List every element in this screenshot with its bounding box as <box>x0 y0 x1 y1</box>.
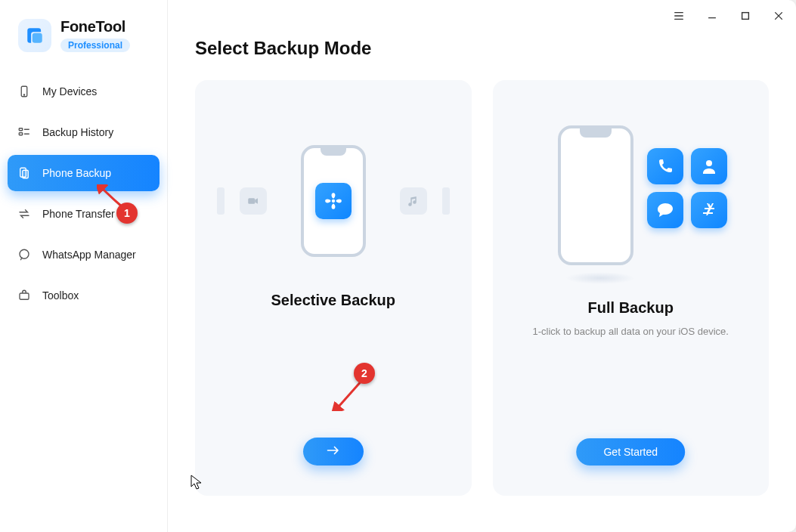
sidebar-item-backup-history[interactable]: Backup History <box>8 114 160 150</box>
full-backup-subtitle: 1-click to backup all data on your iOS d… <box>503 326 759 337</box>
full-backup-title: Full Backup <box>588 299 674 317</box>
svg-point-11 <box>332 200 335 203</box>
contacts-app-icon <box>691 148 727 184</box>
messages-app-icon <box>647 192 683 228</box>
main-content: Select Backup Mode <box>168 0 796 532</box>
sidebar-item-toolbox[interactable]: Toolbox <box>8 277 160 314</box>
sidebar-item-label: My Devices <box>42 85 97 97</box>
svg-rect-7 <box>23 170 29 178</box>
app-logo-icon <box>18 19 51 52</box>
video-icon <box>240 187 267 215</box>
annotation-step-1: 1 <box>116 203 138 224</box>
full-backup-start-button[interactable]: Get Started <box>576 438 685 466</box>
selective-backup-illustration <box>250 125 417 277</box>
transfer-icon <box>17 206 32 221</box>
svg-point-3 <box>23 94 24 95</box>
sidebar-item-label: Backup History <box>42 126 113 138</box>
toolbox-icon <box>17 288 32 303</box>
full-backup-card[interactable]: Full Backup 1-click to backup all data o… <box>493 80 770 496</box>
sidebar-item-label: WhatsApp Manager <box>42 249 136 261</box>
mouse-cursor-icon <box>190 475 203 494</box>
history-icon <box>17 125 32 140</box>
svg-rect-1 <box>33 32 42 42</box>
selective-backup-card[interactable]: Selective Backup <box>195 80 472 496</box>
annotation-step-2: 2 <box>354 363 375 384</box>
sidebar-nav: My Devices Backup History Phone Backup P… <box>0 73 167 314</box>
button-label: Get Started <box>603 446 658 458</box>
minimize-button[interactable] <box>702 6 722 26</box>
sidebar-item-my-devices[interactable]: My Devices <box>8 73 160 110</box>
close-button[interactable] <box>769 6 788 26</box>
page-title: Select Backup Mode <box>195 38 769 59</box>
phone-icon <box>301 145 366 257</box>
backup-mode-cards: Selective Backup <box>195 80 769 496</box>
phone-large-icon <box>558 125 633 265</box>
backup-icon <box>17 165 32 181</box>
whatsapp-icon <box>17 247 32 262</box>
fan-app-icon <box>315 183 352 219</box>
full-backup-illustration <box>540 125 721 284</box>
app-window: FoneTool Professional My Devices Backup … <box>0 0 796 532</box>
svg-rect-9 <box>20 293 29 299</box>
svg-rect-0 <box>742 13 749 20</box>
music-icon <box>400 187 427 215</box>
sidebar-item-label: Phone Backup <box>42 167 111 179</box>
brand-edition-badge: Professional <box>60 39 130 52</box>
window-controls <box>669 6 788 26</box>
svg-rect-5 <box>19 133 23 135</box>
appstore-app-icon <box>691 192 727 228</box>
sidebar: FoneTool Professional My Devices Backup … <box>0 0 168 532</box>
hamburger-menu-icon[interactable] <box>669 6 689 26</box>
svg-point-12 <box>706 160 712 166</box>
svg-rect-10 <box>248 198 255 204</box>
brand: FoneTool Professional <box>0 18 167 52</box>
arrow-right-icon <box>327 445 340 458</box>
selective-backup-start-button[interactable] <box>303 438 364 466</box>
maximize-button[interactable] <box>736 6 755 26</box>
brand-name: FoneTool <box>60 18 130 36</box>
phone-app-icon <box>647 148 683 184</box>
sidebar-item-label: Toolbox <box>42 289 79 302</box>
sidebar-item-phone-backup[interactable]: Phone Backup <box>8 155 160 191</box>
svg-rect-4 <box>19 128 23 131</box>
svg-point-8 <box>20 249 29 258</box>
selective-backup-title: Selective Backup <box>271 292 395 309</box>
device-icon <box>17 84 32 99</box>
sidebar-item-whatsapp-manager[interactable]: WhatsApp Manager <box>8 237 160 273</box>
